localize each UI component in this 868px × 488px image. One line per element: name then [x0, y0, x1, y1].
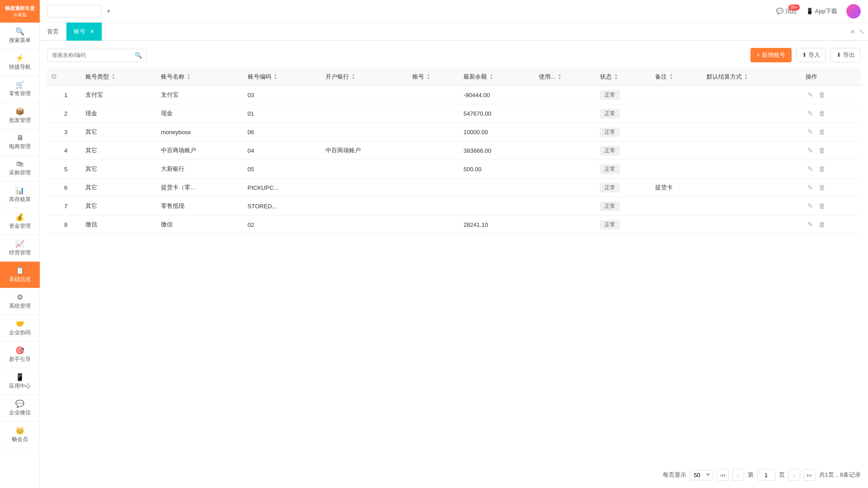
export-button[interactable]: ⬇ 导出 [830, 48, 861, 62]
row-type: 其它 [82, 123, 157, 141]
sidebar-item-enterprise[interactable]: 🤝 企业协同 [0, 315, 40, 342]
sort-account-icon: ▲▼ [427, 73, 430, 80]
delete-button[interactable]: 🗑 [817, 183, 827, 192]
edit-button[interactable]: ✎ [806, 90, 815, 100]
sidebar-item-member[interactable]: 👑 畅会员 [0, 422, 40, 448]
sort-balance-icon: ▲▼ [490, 73, 493, 80]
sidebar-item-ecommerce[interactable]: 🖥 电商管理 [0, 129, 40, 155]
per-page-select[interactable]: 50 100 200 [690, 470, 713, 480]
import-button[interactable]: ⬆ 导入 [796, 48, 826, 62]
col-settings: ⚙ [47, 68, 61, 86]
row-name: moneybosx [157, 123, 244, 141]
sidebar-item-inventory[interactable]: 📊 库存核算 [0, 182, 40, 208]
sidebar-item-finance[interactable]: 💰 资金管理 [0, 208, 40, 235]
operation-icon: 📈 [15, 239, 24, 248]
col-status[interactable]: 状态 ▲▼ [596, 68, 651, 86]
tab-close-all-icon[interactable]: ✕ [850, 28, 855, 35]
search-button[interactable]: 🔍 [131, 49, 146, 61]
edit-button[interactable]: ✎ [806, 201, 815, 211]
tab-expand-icon[interactable]: ⤡ [859, 28, 864, 35]
row-index: 5 [61, 160, 82, 178]
search-nav-icon: 🔍 [15, 27, 24, 36]
row-usage [535, 141, 596, 160]
table-row: 3 其它 moneybosx 06 10000.00 正常 ✎ 🗑 [47, 123, 861, 141]
user-avatar[interactable] [846, 4, 861, 19]
tab-close-icon[interactable]: ✕ [90, 28, 94, 35]
table-body: 1 支付宝 支付宝 03 -90444.00 正常 ✎ 🗑 2 现金 现金 01… [47, 86, 861, 234]
edit-button[interactable]: ✎ [806, 164, 815, 174]
row-type: 其它 [82, 160, 157, 178]
top-search-input[interactable] [47, 5, 101, 18]
col-type[interactable]: 账号类型 ▲▼ [82, 68, 157, 86]
table-header-row: ⚙ 账号类型 ▲▼ 账号名称 ▲▼ 账号编码 ▲▼ [47, 68, 861, 86]
page-suffix: 页 [779, 471, 785, 479]
sidebar-item-operation[interactable]: 📈 经营管理 [0, 235, 40, 262]
sort-code-icon: ▲▼ [274, 73, 277, 80]
next-page-button[interactable]: › [788, 469, 800, 481]
col-usage[interactable]: 使用... ▲▼ [535, 68, 596, 86]
row-code: 04 [244, 141, 322, 160]
delete-button[interactable]: 🗑 [817, 220, 827, 229]
row-default-settle [703, 197, 802, 216]
dropdown-arrow-icon[interactable]: ▼ [106, 8, 111, 14]
row-remark [651, 86, 703, 104]
row-remark [651, 160, 703, 178]
col-remark[interactable]: 备注 ▲▼ [651, 68, 703, 86]
sort-usage-icon: ▲▼ [558, 73, 561, 80]
last-page-button[interactable]: ⏭ [804, 469, 816, 481]
col-name[interactable]: 账号名称 ▲▼ [157, 68, 244, 86]
logo-main: 畅捷通财生意 [5, 5, 35, 12]
main-area: ▼ 💬 消息 99+ 📱 App下载 首页 账号 ✕ ✕ [40, 0, 868, 488]
tab-account[interactable]: 账号 ✕ [66, 23, 102, 41]
col-bank[interactable]: 开户银行 ▲▼ [322, 68, 409, 86]
col-default-settle[interactable]: 默认结算方式 ▲▼ [703, 68, 802, 86]
sidebar-item-basic[interactable]: 📋 基础信息 [0, 262, 40, 288]
sidebar-item-retail[interactable]: 🛒 零售管理 [0, 76, 40, 103]
sidebar-item-system[interactable]: ⚙ 系统管理 [0, 288, 40, 315]
sidebar-item-wholesale[interactable]: 📦 批发管理 [0, 103, 40, 129]
prev-page-button[interactable]: ‹ [732, 469, 744, 481]
delete-button[interactable]: 🗑 [817, 201, 827, 211]
edit-button[interactable]: ✎ [806, 183, 815, 192]
col-balance[interactable]: 最新余额 ▲▼ [460, 68, 535, 86]
delete-button[interactable]: 🗑 [817, 145, 827, 155]
delete-button[interactable]: 🗑 [817, 127, 827, 136]
finance-icon: 💰 [15, 213, 24, 221]
sidebar-item-search[interactable]: 🔍 搜索菜单 [0, 23, 40, 49]
row-index: 2 [61, 104, 82, 123]
delete-button[interactable]: 🗑 [817, 90, 827, 99]
edit-button[interactable]: ✎ [806, 108, 815, 118]
header-left: ▼ [47, 5, 111, 18]
page-input[interactable] [757, 469, 775, 481]
edit-button[interactable]: ✎ [806, 145, 815, 155]
sidebar-item-appstore[interactable]: 📱 应用中心 [0, 368, 40, 395]
row-remark [651, 141, 703, 160]
add-account-button[interactable]: + 新增账号 [750, 48, 792, 62]
row-bank [322, 86, 409, 104]
row-default-settle [703, 86, 802, 104]
sidebar-item-wechat[interactable]: 💬 企业微信 [0, 395, 40, 422]
delete-button[interactable]: 🗑 [817, 164, 827, 174]
sidebar-item-guide[interactable]: 🎯 新手引导 [0, 342, 40, 368]
search-input[interactable] [47, 49, 131, 61]
edit-button[interactable]: ✎ [806, 127, 815, 137]
app-download-button[interactable]: 📱 App下载 [806, 7, 837, 15]
status-badge: 正常 [600, 90, 620, 100]
col-code[interactable]: 账号编码 ▲▼ [244, 68, 322, 86]
message-button[interactable]: 💬 消息 99+ [776, 7, 797, 15]
sidebar: 畅捷通财生意 乐番版 🔍 搜索菜单 ⚡ 快捷导航 🛒 零售管理 📦 批发管理 🖥… [0, 0, 40, 488]
tab-account-label: 账号 [74, 28, 85, 36]
row-action: ✎ 🗑 [802, 86, 861, 104]
first-page-button[interactable]: ⏮ [717, 469, 729, 481]
row-status: 正常 [596, 104, 651, 123]
row-code: STORED... [244, 197, 322, 216]
edit-button[interactable]: ✎ [806, 220, 815, 230]
row-bank [322, 160, 409, 178]
sidebar-item-quick[interactable]: ⚡ 快捷导航 [0, 49, 40, 76]
sidebar-item-purchase[interactable]: 🛍 采购管理 [0, 155, 40, 182]
delete-button[interactable]: 🗑 [817, 108, 827, 118]
tab-home[interactable]: 首页 [40, 23, 66, 41]
col-account[interactable]: 账号 ▲▼ [409, 68, 460, 86]
row-index: 6 [61, 178, 82, 197]
column-settings-icon[interactable]: ⚙ [51, 73, 57, 80]
